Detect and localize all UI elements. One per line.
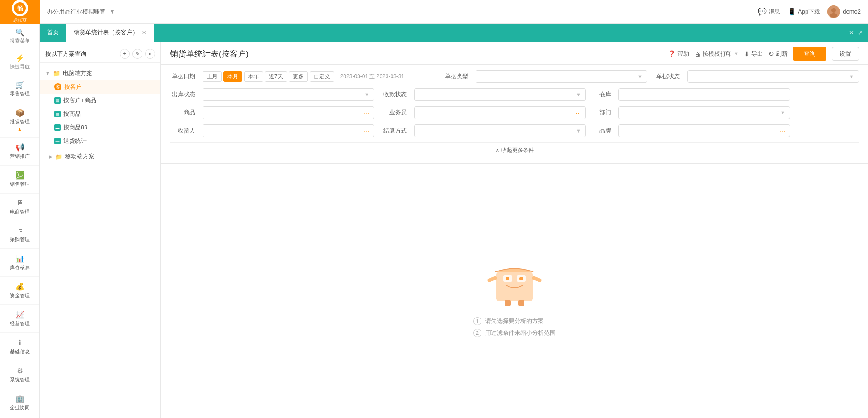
tab-home-label: 首页	[47, 28, 59, 37]
receiver-dots-btn[interactable]: ···	[364, 127, 369, 134]
salesperson-label: 业务员	[382, 109, 407, 117]
message-icon: 💬	[758, 7, 767, 16]
tab-home[interactable]: 首页	[40, 24, 66, 42]
date-btn-this-year[interactable]: 本年	[244, 71, 263, 82]
doc-status-select[interactable]: ▼	[687, 70, 859, 83]
sidebar-item-system[interactable]: ⚙ 系统管理	[0, 361, 39, 389]
receipt-status-select[interactable]: ▼	[414, 88, 586, 101]
svg-rect-11	[531, 276, 542, 282]
warehouse-dots-btn[interactable]: ···	[780, 91, 785, 98]
tab-close-icon[interactable]: ✕	[142, 30, 146, 36]
sidebar-item-wholesale[interactable]: 📦 批发管理 ▲	[0, 103, 39, 138]
scheme-edit-btn[interactable]: ✎	[132, 49, 142, 59]
marketing-icon: 📢	[15, 143, 24, 152]
collapse-arrow-icon: ∧	[495, 147, 500, 154]
tree-group-desktop-header[interactable]: ▼ 📁 电脑端方案	[40, 66, 160, 80]
department-select[interactable]: ▼	[618, 106, 790, 119]
sidebar-item-purchase[interactable]: 🛍 采购管理	[0, 221, 39, 249]
tree-item-by-goods[interactable]: ▦ 按商品	[40, 107, 160, 121]
basic-icon: ℹ	[19, 338, 21, 347]
sidebar-item-operations[interactable]: 📈 经营管理	[0, 305, 39, 333]
date-btn-last-month[interactable]: 上月	[203, 71, 222, 82]
inventory-icon: 📊	[15, 254, 24, 263]
retail-icon: 🛒	[15, 81, 24, 89]
hint-1-num: 1	[473, 317, 481, 325]
tree-item-by-customer[interactable]: 客 按客户	[40, 80, 160, 94]
filter-area: 单据日期 上月 本月 本年 近7天 更多 自定义 2023-03-01 至 20…	[161, 65, 868, 164]
svg-point-9	[519, 277, 523, 280]
empty-hints: 1 请先选择要分析的方案 2 用过滤条件来缩小分析范围	[473, 317, 556, 337]
purchase-icon: 🛍	[16, 227, 24, 235]
tree-item-return-stat[interactable]: ▬ 退货统计	[40, 134, 160, 148]
receiver-input[interactable]: ···	[203, 124, 374, 137]
svg-rect-13	[518, 300, 524, 306]
warehouse-label: 仓库	[593, 90, 611, 99]
logo-text: 标账页	[13, 17, 27, 24]
date-btn-this-month[interactable]: 本月	[223, 71, 242, 82]
date-btn-more[interactable]: 更多	[289, 71, 308, 82]
doc-status-label: 单据状态	[655, 72, 680, 81]
enterprise-icon: 🏢	[15, 394, 24, 403]
warehouse-input[interactable]: ···	[618, 88, 790, 101]
page-actions: ❓ 帮助 🖨 按模板打印 ▼ ⬇ 导出 ↻ 刷新	[668, 47, 859, 61]
sidebar-quick-nav[interactable]: ⚡ 快捷导航	[0, 49, 39, 75]
salesperson-dots-btn[interactable]: ···	[576, 109, 581, 116]
settings-btn[interactable]: 设置	[832, 47, 859, 61]
sidebar-item-inventory[interactable]: 📊 库存核算	[0, 249, 39, 277]
tab-maximize-area: ✕ ⤢	[849, 29, 868, 36]
query-btn[interactable]: 查询	[793, 47, 826, 61]
header-right: 💬 消息 📱 App下载 demo2	[758, 5, 861, 18]
date-btn-7days[interactable]: 近7天	[265, 71, 287, 82]
app-download-btn[interactable]: 📱 App下载	[788, 8, 820, 16]
svg-text:畅: 畅	[17, 5, 23, 12]
tree-group-desktop-folder-icon: 📁	[53, 70, 60, 77]
svg-rect-12	[505, 300, 511, 306]
salesperson-input[interactable]: ···	[414, 106, 586, 119]
doc-type-select[interactable]: ▼	[476, 70, 647, 83]
tree-item-by-customer-goods[interactable]: ▦ 按客户+商品	[40, 94, 160, 107]
tab-sales-stat[interactable]: 销货单统计表（按客户） ✕	[66, 24, 154, 42]
settlement-select[interactable]: ▼	[414, 124, 586, 137]
close-window-icon[interactable]: ✕	[849, 29, 854, 36]
out-status-chevron: ▼	[364, 92, 369, 97]
doc-type-label: 单据类型	[443, 72, 468, 81]
maximize-icon[interactable]: ⤢	[858, 29, 863, 36]
tree-item-by-goods-99[interactable]: ▬ 按商品99	[40, 121, 160, 134]
header-dropdown-icon[interactable]: ▼	[109, 8, 115, 15]
brand-label: 品牌	[593, 127, 611, 135]
scheme-add-btn[interactable]: +	[120, 49, 130, 59]
brand-input[interactable]: ···	[618, 124, 790, 137]
sidebar-item-retail[interactable]: 🛒 零售管理	[0, 75, 39, 103]
export-btn[interactable]: ⬇ 导出	[744, 50, 763, 58]
logo-area[interactable]: 畅 标账页	[0, 0, 40, 24]
content-area: 按以下方案查询 + ✎ « ▼ 📁	[40, 42, 868, 418]
tree-group-desktop: ▼ 📁 电脑端方案 客 按客户 ▦ 按客户+商品 ▦	[40, 66, 160, 148]
sidebar-item-marketing[interactable]: 📢 营销推广	[0, 138, 39, 166]
tree-item-return-stat-label: 退货统计	[63, 137, 87, 145]
goods-input[interactable]: ···	[203, 106, 374, 119]
right-panel: 销货单统计表(按客户) ❓ 帮助 🖨 按模板打印 ▼ ⬇ 导出	[161, 42, 868, 418]
filter-row-2: 出库状态 ▼ 收款状态 ▼ 仓库 ···	[170, 88, 859, 101]
sidebar-item-enterprise[interactable]: 🏢 企业协同	[0, 389, 39, 417]
scheme-collapse-btn[interactable]: «	[145, 49, 155, 59]
collapse-bar[interactable]: ∧ 收起更多条件	[170, 142, 859, 158]
sidebar-item-ecom[interactable]: 🖥 电商管理	[0, 194, 39, 221]
sidebar-item-finance[interactable]: 💰 资金管理	[0, 277, 39, 305]
refresh-btn[interactable]: ↻ 刷新	[769, 50, 788, 58]
sidebar-item-sales[interactable]: 💹 销售管理	[0, 166, 39, 194]
help-btn[interactable]: ❓ 帮助	[668, 50, 689, 58]
message-btn[interactable]: 💬 消息	[758, 7, 780, 16]
sidebar-item-basic[interactable]: ℹ 基础信息	[0, 333, 39, 361]
hint-1-text: 请先选择要分析的方案	[485, 317, 544, 325]
svg-point-3	[831, 8, 836, 13]
brand-dots-btn[interactable]: ···	[780, 127, 785, 134]
tree-group-mobile-header[interactable]: ▶ 📁 移动端方案	[40, 150, 160, 163]
template-print-btn[interactable]: 🖨 按模板打印 ▼	[694, 50, 739, 58]
empty-hint-2: 2 用过滤条件来缩小分析范围	[473, 329, 556, 337]
out-status-select[interactable]: ▼	[203, 88, 374, 101]
goods-dots-btn[interactable]: ···	[364, 109, 369, 116]
doc-type-value	[481, 72, 486, 81]
user-area[interactable]: demo2	[827, 5, 861, 18]
date-btn-custom[interactable]: 自定义	[310, 71, 334, 82]
sidebar-search[interactable]: 🔍 搜索菜单	[0, 24, 39, 49]
